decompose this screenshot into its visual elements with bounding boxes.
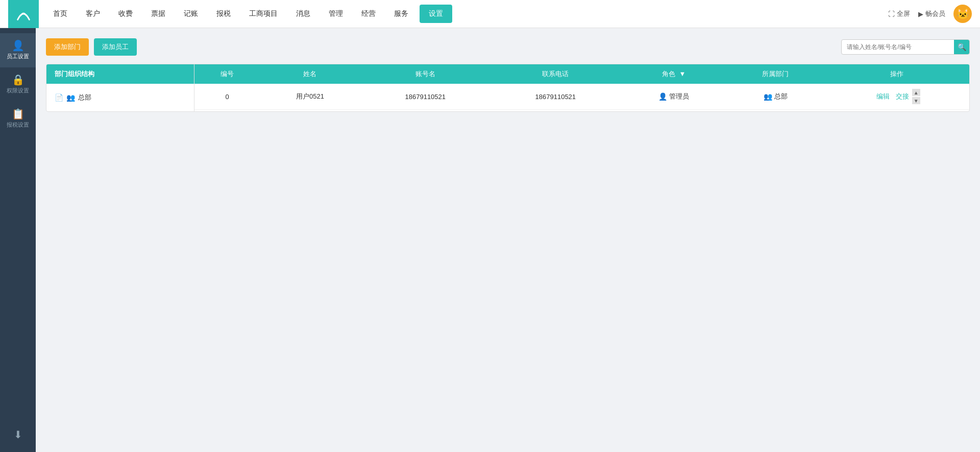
dept-tree-header: 部门组织结构 [46, 64, 194, 84]
cell-name: 用户0521 [260, 84, 360, 110]
dept-tree: 部门组织结构 📄 👥 总部 [46, 64, 194, 111]
search-button[interactable]: 🔍 [954, 39, 969, 55]
col-name: 姓名 [260, 64, 360, 84]
logo [8, 0, 39, 28]
cell-role: 👤 管理员 [621, 84, 727, 110]
nav-item-tax[interactable]: 报税 [207, 0, 240, 28]
sidebar-download-button[interactable]: ⬇ [0, 422, 36, 447]
tax-settings-icon: 📋 [12, 109, 24, 119]
nav-item-bookkeeping[interactable]: 记账 [175, 0, 207, 28]
transfer-link[interactable]: 交接 [896, 92, 909, 101]
nav-item-customer[interactable]: 客户 [77, 0, 109, 28]
nav-right: ⛶ 全屏 ▶ 畅会员 🐱 [888, 5, 972, 23]
col-action: 操作 [824, 64, 969, 84]
role-user-icon: 👤 [658, 92, 667, 101]
cell-account: 18679110521 [360, 84, 491, 110]
video-icon: ▶ [918, 10, 923, 18]
fullscreen-label: 全屏 [897, 9, 910, 18]
add-staff-button[interactable]: 添加员工 [94, 38, 137, 56]
sidebar-label-employee: 员工设置 [7, 53, 29, 60]
avatar[interactable]: 🐱 [953, 5, 972, 23]
scroll-up-button[interactable]: ▲ [912, 89, 920, 96]
main-layout: 👤 员工设置 🔒 权限设置 📋 报税设置 ⬇ 添加部门 添加员工 🔍 [0, 28, 980, 452]
edit-link[interactable]: 编辑 [876, 92, 890, 101]
sidebar-item-tax-settings[interactable]: 📋 报税设置 [0, 102, 36, 136]
top-navigation: 首页 客户 收费 票据 记账 报税 工商项目 消息 管理 经营 服务 设置 ⛶ … [0, 0, 980, 28]
dept-name: 总部 [78, 93, 91, 102]
sidebar-label-permission: 权限设置 [7, 87, 29, 94]
nav-item-business[interactable]: 工商项目 [240, 0, 287, 28]
sidebar-label-tax: 报税设置 [7, 121, 29, 129]
employee-table: 编号 姓名 账号名 联系电话 角色 ▼ 所属部门 操作 [194, 64, 969, 110]
nav-item-fee[interactable]: 收费 [109, 0, 142, 28]
main-panel: 部门组织结构 📄 👥 总部 编号 姓名 账号名 [46, 64, 970, 112]
search-icon: 🔍 [958, 43, 966, 51]
filter-icon[interactable]: ▼ [679, 70, 686, 78]
nav-item-manage[interactable]: 管理 [320, 0, 352, 28]
content-area: 添加部门 添加员工 🔍 部门组织结构 📄 👥 总部 [36, 28, 980, 452]
col-phone: 联系电话 [491, 64, 621, 84]
permission-icon: 🔒 [12, 75, 24, 85]
col-role: 角色 ▼ [621, 64, 727, 84]
dept-item-root[interactable]: 📄 👥 总部 [55, 90, 186, 105]
search-box: 🔍 [841, 39, 970, 55]
nav-item-home[interactable]: 首页 [44, 0, 77, 28]
fullscreen-button[interactable]: ⛶ 全屏 [888, 9, 910, 18]
cell-id: 0 [194, 84, 260, 110]
table-row: 0 用户0521 18679110521 18679110521 👤 管理员 [194, 84, 969, 110]
col-id: 编号 [194, 64, 260, 84]
member-button[interactable]: ▶ 畅会员 [918, 9, 945, 18]
nav-item-service[interactable]: 服务 [385, 0, 418, 28]
row-scroll-arrows: ▲ ▼ [912, 89, 920, 104]
cell-phone: 18679110521 [491, 84, 621, 110]
file-icon: 📄 [55, 93, 63, 102]
cell-action: 编辑 交接 ▲ ▼ [824, 84, 969, 109]
toolbar: 添加部门 添加员工 🔍 [46, 38, 970, 56]
role-label: 管理员 [669, 92, 689, 101]
dept-label: 总部 [774, 92, 788, 101]
cell-dept: 👥 总部 [727, 84, 824, 110]
fullscreen-icon: ⛶ [888, 10, 895, 18]
table-header-row: 编号 姓名 账号名 联系电话 角色 ▼ 所属部门 操作 [194, 64, 969, 84]
dept-cell-icon: 👥 [764, 92, 772, 101]
add-dept-button[interactable]: 添加部门 [46, 38, 89, 56]
nav-item-operation[interactable]: 经营 [352, 0, 385, 28]
member-label: 畅会员 [925, 9, 945, 18]
search-input[interactable] [842, 43, 954, 51]
nav-items: 首页 客户 收费 票据 记账 报税 工商项目 消息 管理 经营 服务 设置 [44, 0, 888, 28]
nav-item-settings[interactable]: 设置 [420, 5, 452, 23]
staff-table: 编号 姓名 账号名 联系电话 角色 ▼ 所属部门 操作 [194, 64, 969, 111]
scroll-down-button[interactable]: ▼ [912, 97, 920, 104]
sidebar: 👤 员工设置 🔒 权限设置 📋 报税设置 ⬇ [0, 28, 36, 452]
sidebar-item-employee[interactable]: 👤 员工设置 [0, 33, 36, 67]
dept-user-icon: 👥 [66, 93, 75, 102]
dept-tree-body: 📄 👥 总部 [46, 84, 194, 111]
download-icon: ⬇ [14, 430, 22, 440]
nav-item-message[interactable]: 消息 [287, 0, 320, 28]
nav-item-invoice[interactable]: 票据 [142, 0, 175, 28]
sidebar-item-permission[interactable]: 🔒 权限设置 [0, 67, 36, 102]
employee-icon: 👤 [12, 40, 24, 51]
col-account: 账号名 [360, 64, 491, 84]
col-dept: 所属部门 [727, 64, 824, 84]
sidebar-bottom: ⬇ [0, 422, 36, 452]
